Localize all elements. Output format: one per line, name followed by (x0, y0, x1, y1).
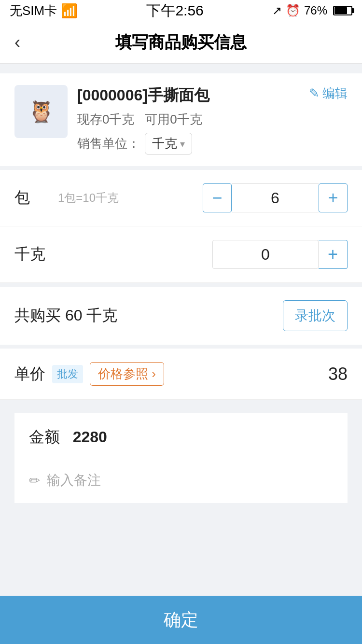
location-icon: ↗ (272, 4, 282, 17)
price-ref-button[interactable]: 价格参照 › (90, 362, 164, 386)
bao-plus-button[interactable]: + (319, 183, 348, 212)
page-title: 填写商品购买信息 (115, 31, 247, 54)
status-bar: 无SIM卡 📶 下午2:56 ↗ ⏰ 76% (0, 0, 362, 21)
battery-icon (333, 6, 352, 15)
spacer (0, 503, 362, 596)
unit-value: 千克 (152, 135, 177, 152)
bao-qty-input[interactable] (232, 183, 319, 212)
confirm-label: 确定 (164, 608, 198, 632)
status-right: ↗ ⏰ 76% (272, 4, 352, 17)
carrier-label: 无SIM卡 (10, 2, 57, 19)
bao-qty-control: − + (203, 183, 348, 212)
amount-row: 金额 2280 (14, 413, 348, 462)
remark-hint: 输入备注 (47, 471, 101, 490)
edit-button[interactable]: ✎ 编辑 (309, 85, 348, 102)
product-unit-row: 销售单位： 千克 ▾ (77, 133, 299, 154)
unit-select[interactable]: 千克 ▾ (145, 133, 192, 154)
price-value: 38 (328, 364, 348, 384)
bao-hint: 1包=10千克 (58, 190, 203, 206)
bao-minus-button[interactable]: − (203, 183, 232, 212)
battery-percent: 76% (304, 4, 327, 17)
bao-input-row: 包 1包=10千克 − + (0, 170, 362, 226)
kg-qty-control: + (212, 240, 348, 269)
back-button[interactable]: ‹ (14, 32, 20, 53)
bao-label: 包 (14, 187, 53, 209)
input-section: 包 1包=10千克 − + 千克 + (0, 170, 362, 283)
kg-qty-input[interactable] (212, 240, 319, 269)
status-time: 下午2:56 (146, 1, 203, 21)
edit-icon: ✎ (309, 86, 320, 101)
wifi-icon: 📶 (61, 3, 78, 19)
product-thumbnail: 🦉 (14, 85, 68, 138)
price-tag-pifa: 批发 (52, 365, 83, 383)
price-label: 单价 (14, 364, 45, 385)
alarm-icon: ⏰ (286, 4, 300, 17)
product-info: [0000006]手撕面包 现存0千克 可用0千克 销售单位： 千克 ▾ (77, 85, 299, 154)
pencil-icon: ✏ (29, 473, 40, 489)
batch-button[interactable]: 录批次 (283, 300, 348, 331)
amount-value: 2280 (73, 428, 107, 446)
status-left: 无SIM卡 📶 (10, 2, 78, 19)
kg-label: 千克 (14, 244, 53, 265)
price-section: 单价 批发 价格参照 › 38 (0, 349, 362, 400)
nav-bar: ‹ 填写商品购买信息 (0, 21, 362, 64)
summary-section: 共购买 60 千克 录批次 (0, 283, 362, 349)
chevron-down-icon: ▾ (180, 138, 185, 150)
amount-text: 金额 2280 (29, 428, 107, 446)
product-logo-icon: 🦉 (28, 99, 55, 124)
remark-row[interactable]: ✏ 输入备注 (14, 462, 348, 503)
product-stock: 现存0千克 可用0千克 (77, 111, 299, 128)
product-name: [0000006]手撕面包 (77, 85, 299, 106)
product-section: 🦉 [0000006]手撕面包 现存0千克 可用0千克 销售单位： 千克 ▾ ✎… (0, 73, 362, 170)
kg-input-row: 千克 + (0, 226, 362, 283)
price-left: 单价 批发 价格参照 › (14, 362, 164, 386)
summary-text: 共购买 60 千克 (14, 305, 117, 326)
confirm-button[interactable]: 确定 (0, 596, 362, 644)
amount-section: 金额 2280 ✏ 输入备注 (0, 400, 362, 503)
kg-plus-button[interactable]: + (319, 240, 348, 269)
